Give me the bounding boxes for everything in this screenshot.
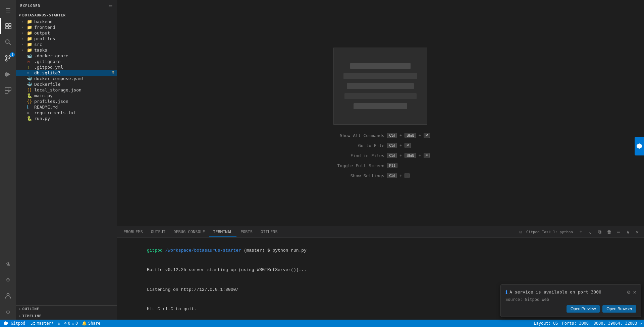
kbd-ctrl-1: Ctrl (387, 133, 397, 138)
kbd-shift-2: Shift (405, 153, 416, 158)
tab-ports[interactable]: PORTS (236, 227, 257, 237)
git-branch-icon: ⎇ (31, 321, 35, 326)
file-requirements[interactable]: › ≡ requirements.txt (16, 110, 117, 116)
remote-icon[interactable]: ⊕ (0, 271, 16, 287)
editor-area: Show All Commands Ctrl + Shift + P Go to… (117, 0, 644, 320)
share-icon: 🔔 (82, 321, 87, 326)
sidebar-section-outline[interactable]: › OUTLINE (16, 306, 117, 313)
status-sync[interactable]: ↻ (56, 320, 62, 327)
command-show-settings: Show Settings Ctrl + . (331, 173, 410, 178)
folder-profiles[interactable]: › 📁 profiles (16, 36, 117, 42)
sidebar-section-timeline[interactable]: › TIMELINE (16, 313, 117, 320)
toggle-fullscreen-label: Toggle Full Screen (331, 163, 384, 168)
extensions-icon[interactable] (0, 82, 16, 99)
svg-rect-1 (9, 23, 11, 26)
explorer-icon[interactable] (0, 18, 16, 34)
tab-problems[interactable]: PROBLEMS (119, 227, 147, 237)
terminal-split-icon: ⊡ (520, 230, 522, 235)
show-settings-label: Show Settings (331, 173, 384, 178)
svg-rect-2 (6, 26, 8, 29)
command-go-to-file: Go to File Ctrl + P (331, 143, 411, 148)
command-show-all: Show All Commands Ctrl + Shift + P (331, 133, 430, 138)
notification-settings-icon[interactable]: ⚙ (627, 289, 631, 295)
svg-rect-12 (8, 87, 11, 90)
command-toggle-fullscreen: Toggle Full Screen F11 (331, 163, 397, 168)
notification-close-btn[interactable]: ✕ (633, 289, 636, 295)
kbd-f: F (424, 153, 430, 158)
status-ports[interactable]: Ports: 3000, 8000, 39064, 32083 ↗ (560, 320, 644, 327)
terminal-dropdown-btn[interactable]: ⌄ (586, 228, 594, 236)
kbd-dot: . (405, 173, 410, 178)
kbd-f11: F11 (387, 163, 397, 168)
file-dockerfile[interactable]: › 🐳 Dockerfile (16, 81, 117, 87)
status-share[interactable]: 🔔 Share (80, 320, 102, 327)
open-preview-btn[interactable]: Open Preview (567, 305, 600, 313)
status-ports-label: Ports: 3000, 8000, 39064, 32083 ↗ (562, 321, 642, 326)
welcome-image (333, 48, 427, 125)
svg-marker-17 (637, 143, 642, 149)
svg-rect-3 (9, 26, 11, 29)
terminal-line-prompt: gitpod /workspace/botasaurus-starter (ma… (121, 241, 640, 260)
status-git-branch[interactable]: ⎇ master* (29, 320, 56, 327)
tab-terminal[interactable]: TERMINAL (209, 227, 236, 237)
info-icon: ℹ (505, 289, 507, 295)
tab-gitlens[interactable]: GITLENS (257, 227, 282, 237)
run-debug-icon[interactable] (0, 66, 16, 82)
file-gitignore[interactable]: › ◎ .gitignore (16, 59, 117, 64)
file-local-storage-json[interactable]: › {} local_storage.json (16, 87, 117, 93)
gitpod-side-badge[interactable] (635, 137, 644, 155)
split-terminal-btn[interactable]: ⧉ (596, 228, 604, 236)
file-main-py[interactable]: › 🐍 main.py (16, 93, 117, 99)
activity-bar: ☰ 1 (0, 0, 16, 320)
sync-icon: ↻ (58, 321, 60, 326)
source-control-icon[interactable]: 1 (0, 50, 16, 66)
account-icon[interactable] (0, 287, 16, 304)
folder-backend[interactable]: › 📁 backend (16, 19, 117, 24)
kbd-shift-1: Shift (405, 133, 416, 138)
more-actions-btn[interactable]: ⋯ (614, 228, 623, 236)
sidebar-bottom: › OUTLINE › TIMELINE (16, 305, 117, 320)
file-run-py[interactable]: › 🐍 run.py (16, 116, 117, 121)
kbd-p-1: P (424, 133, 430, 138)
maximize-panel-btn[interactable]: ∧ (624, 228, 632, 236)
menu-icon[interactable]: ☰ (0, 2, 16, 18)
svg-marker-16 (4, 321, 8, 325)
kbd-ctrl-4: Ctrl (387, 173, 397, 178)
svg-point-4 (6, 40, 9, 44)
editor-content: Show All Commands Ctrl + Shift + P Go to… (117, 0, 644, 226)
settings-icon[interactable]: ⚙ (0, 304, 16, 320)
folder-src[interactable]: › 📁 src (16, 42, 117, 47)
status-errors[interactable]: ⊘ 0 ⚠ 0 (62, 320, 80, 327)
svg-marker-9 (6, 72, 10, 77)
find-in-files-label: Find in Files (331, 153, 384, 158)
project-root[interactable]: ▼ BOTASAURUS-STARTER (16, 12, 117, 19)
new-file-icon[interactable]: ⋯ (109, 3, 113, 9)
notification-title-text: A service is available on port 3000 (509, 289, 601, 295)
sidebar-title: EXPLORER (20, 4, 40, 8)
tab-debug-console[interactable]: DEBUG CONSOLE (169, 227, 209, 237)
search-icon[interactable] (0, 34, 16, 50)
sidebar: EXPLORER ⋯ ▼ BOTASAURUS-STARTER › 📁 back… (16, 0, 117, 320)
file-readme[interactable]: › ℹ README.md (16, 104, 117, 110)
close-panel-btn[interactable]: ✕ (633, 228, 641, 236)
file-profiles-json[interactable]: › {} profiles.json (16, 99, 117, 104)
status-branch-label: master* (37, 321, 54, 326)
folder-frontend[interactable]: › 📁 frontend (16, 24, 117, 30)
tab-output[interactable]: OUTPUT (147, 227, 169, 237)
status-gitpod[interactable]: Gitpod (0, 320, 29, 327)
file-db-sqlite3[interactable]: › ≡ db.sqlite3 M (16, 70, 117, 76)
folder-tasks[interactable]: › 📁 tasks (16, 47, 117, 53)
panel-tabs: PROBLEMS OUTPUT DEBUG CONSOLE TERMINAL P… (117, 226, 644, 238)
open-browser-btn[interactable]: Open Browser (602, 305, 636, 313)
status-layout-label: Layout: US (534, 321, 558, 326)
folder-output[interactable]: › 📁 output (16, 30, 117, 36)
kbd-ctrl-3: Ctrl (387, 153, 397, 158)
flask-icon[interactable]: ⚗ (0, 255, 16, 271)
notification-buttons: Open Preview Open Browser (505, 305, 636, 313)
file-gitpod-yml[interactable]: › ! .gitpod.yml (16, 64, 117, 70)
file-docker-compose[interactable]: › 🐳 docker-compose.yaml (16, 76, 117, 81)
status-layout[interactable]: Layout: US (532, 320, 560, 327)
kill-terminal-btn[interactable]: 🗑 (605, 228, 613, 236)
file-dockerignore[interactable]: › 🐋 .dockerignore (16, 53, 117, 59)
add-terminal-btn[interactable]: ＋ (577, 228, 585, 236)
